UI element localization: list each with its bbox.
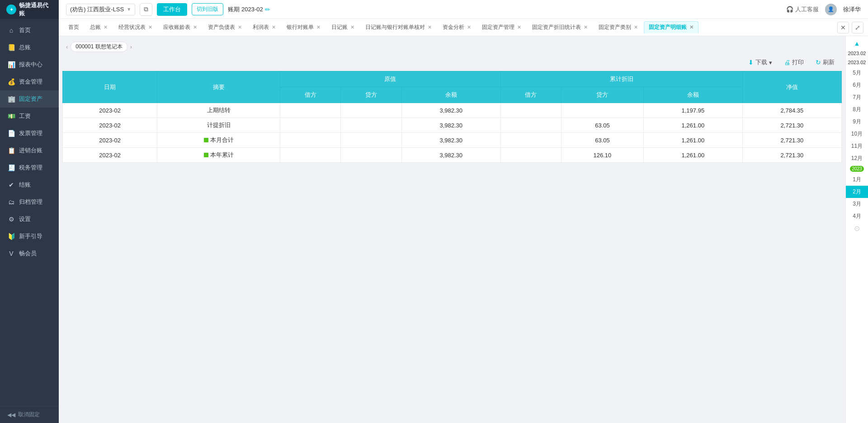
tab-bizstatus-close[interactable]: ✕ <box>148 24 152 30</box>
tab-bizstatus[interactable]: 经营状况表 ✕ <box>113 21 157 33</box>
print-button[interactable]: 🖨 打印 <box>780 56 807 68</box>
cell-desc: 上期结转 <box>157 103 280 118</box>
tab-home[interactable]: 首页 <box>63 21 84 33</box>
asset-prev-arrow[interactable]: ‹ <box>66 43 68 50</box>
tab-fixedtype-close[interactable]: ✕ <box>634 24 638 30</box>
cell-dep-debit <box>500 133 561 148</box>
cell-orig-balance: 3,982.30 <box>401 118 500 133</box>
table-row: 2023-02 计提折旧 3,982.30 63.05 1,261.00 2,7… <box>63 118 842 133</box>
settings-icon: ⚙ <box>7 215 15 223</box>
tab-bankstatement-close[interactable]: ✕ <box>316 24 321 30</box>
sidebar-item-invoices[interactable]: 📄 发票管理 <box>0 125 59 142</box>
month-8[interactable]: 8月 <box>846 103 868 116</box>
sidebar-item-tax[interactable]: 🧾 税务管理 <box>0 159 59 176</box>
col-orig-debit-header: 借方 <box>280 87 341 103</box>
copy-button[interactable]: ⧉ <box>140 3 152 16</box>
sidebar-item-fixed-assets[interactable]: 🏢 固定资产 <box>0 90 59 108</box>
main-area: (劝告) 江西股业-LSS ▼ ⧉ 工作台 切到旧版 账期 2023-02 ✏ … <box>59 0 868 423</box>
month-12[interactable]: 12月 <box>846 152 868 164</box>
invoices-icon: 📄 <box>7 129 15 137</box>
cell-orig-credit <box>341 148 401 163</box>
sidebar-item-label: 首页 <box>19 26 31 34</box>
table-wrapper: 日期 摘要 原值 累计折旧 净值 借方 贷方 余额 借方 贷方 余额 <box>62 71 842 419</box>
sidebar-item-settlement[interactable]: ✔ 结账 <box>0 176 59 193</box>
sidebar-item-home[interactable]: ⌂ 首页 <box>0 22 59 39</box>
sales-icon: 📋 <box>7 146 15 155</box>
username-label[interactable]: 徐泽华 <box>843 5 861 14</box>
tab-receivable[interactable]: 应收账龄表 ✕ <box>158 21 202 33</box>
tab-ledger[interactable]: 总账 ✕ <box>85 21 113 33</box>
maximize-button[interactable]: ⤢ <box>852 22 863 33</box>
asset-tag[interactable]: 000001 联想笔记本 <box>71 42 127 52</box>
download-label: 下载 <box>755 58 767 66</box>
cell-orig-balance: 3,982.30 <box>401 133 500 148</box>
month-11[interactable]: 11月 <box>846 140 868 152</box>
human-service-button[interactable]: 🎧 人工客服 <box>786 5 819 14</box>
tab-receivable-close[interactable]: ✕ <box>193 24 197 30</box>
sidebar-item-ledger[interactable]: 📒 总账 <box>0 39 59 56</box>
sidebar-item-settings[interactable]: ⚙ 设置 <box>0 211 59 228</box>
sidebar-item-member[interactable]: V 畅会员 <box>0 245 59 262</box>
sidebar-item-guide[interactable]: 🔰 新手引导 <box>0 228 59 245</box>
tab-balancesheet-close[interactable]: ✕ <box>238 24 242 30</box>
month-5[interactable]: 5月 <box>846 67 868 79</box>
tab-fixeddetail-label: 固定资产明细账 <box>649 24 687 31</box>
download-button[interactable]: ⬇ 下载 ▾ <box>745 56 776 68</box>
sidebar-item-reports[interactable]: 📊 报表中心 <box>0 56 59 73</box>
workbench-button[interactable]: 工作台 <box>157 3 187 16</box>
refresh-button[interactable]: ↻ 刷新 <box>812 56 838 68</box>
tab-fundsanalysis[interactable]: 资金分析 ✕ <box>438 21 476 33</box>
month-1[interactable]: 1月 <box>846 174 868 186</box>
tab-profit-close[interactable]: ✕ <box>272 24 276 30</box>
tab-journal-close[interactable]: ✕ <box>350 24 354 30</box>
tab-profit[interactable]: 利润表 ✕ <box>248 21 281 33</box>
tab-journal[interactable]: 日记账 ✕ <box>326 21 359 33</box>
asset-next-arrow[interactable]: › <box>130 43 132 50</box>
table-row: 2023-02 本年累计 3,982.30 126.10 1,261.00 2,… <box>63 148 842 163</box>
tax-icon: 🧾 <box>7 164 15 172</box>
month-10[interactable]: 10月 <box>846 128 868 140</box>
sidebar-item-payroll[interactable]: 💵 工资 <box>0 108 59 125</box>
cell-date: 2023-02 <box>63 148 157 163</box>
tab-fundsanalysis-close[interactable]: ✕ <box>467 24 471 30</box>
month-9[interactable]: 9月 <box>846 116 868 128</box>
company-selector[interactable]: (劝告) 江西股业-LSS ▼ <box>66 4 135 15</box>
tab-depreciation[interactable]: 固定资产折旧统计表 ✕ <box>527 21 593 33</box>
tab-fixeddetail-close[interactable]: ✕ <box>689 24 693 30</box>
month-3[interactable]: 3月 <box>846 198 868 210</box>
sidebar-item-archive[interactable]: 🗂 归档管理 <box>0 193 59 211</box>
tab-bankreconcile-close[interactable]: ✕ <box>428 24 432 30</box>
fixed-assets-icon: 🏢 <box>7 95 15 103</box>
month-6[interactable]: 6月 <box>846 79 868 91</box>
sidebar-item-label: 设置 <box>19 215 31 223</box>
tab-bankreconcile[interactable]: 日记账与银行对账单核对 ✕ <box>360 21 437 33</box>
download-icon: ⬇ <box>748 59 754 66</box>
sidebar-item-sales[interactable]: 📋 进销台账 <box>0 142 59 159</box>
asset-code: 000001 <box>75 43 94 50</box>
month-2-active[interactable]: 2月 <box>846 186 868 198</box>
tab-depreciation-close[interactable]: ✕ <box>584 24 588 30</box>
close-all-tabs-button[interactable]: ✕ <box>837 22 849 33</box>
sidebar-unpin[interactable]: ◀◀ 取消固定 <box>0 406 59 423</box>
month-7[interactable]: 7月 <box>846 91 868 103</box>
ledger-icon: 📒 <box>7 43 15 52</box>
tab-fixeddetail[interactable]: 固定资产明细账 ✕ <box>644 21 698 33</box>
tab-fixedtype[interactable]: 固定资产类别 ✕ <box>594 21 643 33</box>
tab-fixedmgmt-close[interactable]: ✕ <box>517 24 521 30</box>
row-description: 上期结转 <box>207 107 231 113</box>
panel-up-arrow[interactable]: ▲ <box>846 38 868 49</box>
tab-ledger-close[interactable]: ✕ <box>104 24 108 30</box>
cell-desc: 本月合计 <box>157 133 280 148</box>
sidebar-item-funds[interactable]: 💰 资金管理 <box>0 73 59 90</box>
switch-old-button[interactable]: 切到旧版 <box>192 3 223 15</box>
sidebar-item-label: 资金管理 <box>19 78 42 86</box>
avatar-icon: 👤 <box>828 6 834 12</box>
month-4[interactable]: 4月 <box>846 210 868 222</box>
period-prefix: 账期 <box>228 5 240 14</box>
maximize-icon: ⤢ <box>855 24 860 31</box>
period-edit-icon[interactable]: ✏ <box>265 6 270 13</box>
tab-bankstatement[interactable]: 银行对账单 ✕ <box>282 21 326 33</box>
tab-fixedmgmt[interactable]: 固定资产管理 ✕ <box>477 21 526 33</box>
tab-balancesheet[interactable]: 资产负债表 ✕ <box>203 21 247 33</box>
cell-orig-balance: 3,982.30 <box>401 103 500 118</box>
